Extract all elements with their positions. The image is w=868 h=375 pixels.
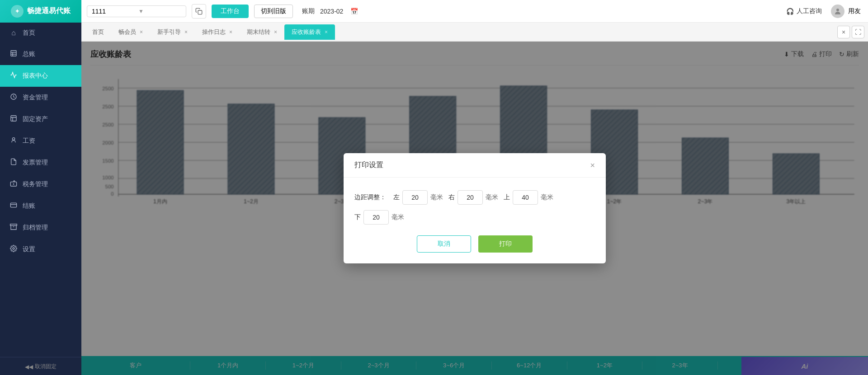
fullscreen-button[interactable]: ⛶	[852, 26, 864, 38]
modal-body: 边距调整： 左 毫米 右 毫米	[344, 178, 606, 235]
right-margin-group: 右 毫米	[448, 190, 498, 205]
left-margin-input[interactable]	[402, 190, 428, 205]
svg-rect-7	[11, 116, 16, 121]
sidebar-item-reports[interactable]: 报表中心	[0, 65, 81, 87]
tab-home[interactable]: 首页	[85, 24, 111, 40]
switch-version-button[interactable]: 切到旧版	[254, 5, 293, 18]
left-margin-group: 左 毫米	[393, 190, 443, 205]
sidebar-item-assets[interactable]: 固定资产	[0, 108, 81, 130]
left-margin-unit: 毫米	[430, 193, 443, 202]
tab-log[interactable]: 操作日志 ×	[195, 24, 240, 40]
tab-home-label: 首页	[92, 28, 104, 36]
service-link[interactable]: 🎧 人工咨询	[786, 7, 822, 15]
confirm-print-button[interactable]: 打印	[478, 235, 533, 253]
sidebar-item-tax[interactable]: 税务管理	[0, 173, 81, 195]
tax-icon	[9, 180, 18, 189]
period-value: 2023-02	[320, 8, 343, 15]
sidebar-label-home: 首页	[23, 29, 35, 37]
tab-log-label: 操作日志	[202, 28, 226, 36]
invoices-icon	[9, 158, 18, 167]
top-margin-input[interactable]	[513, 190, 538, 205]
header-right: 🎧 人工咨询 用友	[786, 5, 861, 18]
sidebar-item-invoices[interactable]: 发票管理	[0, 152, 81, 173]
bottom-margin-input[interactable]	[363, 210, 389, 225]
tab-guide[interactable]: 新手引导 ×	[150, 24, 195, 40]
right-direction-label: 右	[448, 193, 455, 202]
assets-icon	[9, 115, 18, 124]
tab-member-close[interactable]: ×	[140, 29, 143, 35]
svg-rect-0	[198, 10, 202, 14]
logo: ✦ 畅捷通易代账	[0, 0, 81, 23]
sidebar-item-funds[interactable]: 资金管理	[0, 87, 81, 108]
tab-ar-close[interactable]: ×	[325, 29, 328, 35]
avatar	[831, 5, 844, 18]
calendar-icon[interactable]: 📅	[350, 8, 358, 15]
svg-rect-2	[11, 51, 16, 56]
modal-overlay: 打印设置 × 边距调整： 左 毫米	[81, 42, 868, 375]
funds-icon	[9, 93, 18, 102]
sidebar-label-assets: 固定资产	[23, 115, 48, 123]
checkout-icon	[9, 202, 18, 211]
sidebar-label-payroll: 工资	[23, 137, 35, 145]
print-settings-modal: 打印设置 × 边距调整： 左 毫米	[344, 153, 606, 263]
company-selector[interactable]: 1111 ▼	[87, 5, 186, 17]
tab-guide-close[interactable]: ×	[184, 29, 188, 35]
ledger-icon	[9, 50, 18, 59]
copy-button[interactable]	[192, 4, 206, 19]
user-info[interactable]: 用友	[831, 5, 861, 18]
tab-member[interactable]: 畅会员 ×	[111, 24, 150, 40]
tab-ar-aging[interactable]: 应收账龄表 ×	[284, 24, 335, 40]
sidebar-label-settings: 设置	[23, 245, 35, 253]
settings-icon	[9, 245, 18, 254]
home-icon: ⌂	[9, 29, 18, 37]
margin-settings-row: 边距调整： 左 毫米 右 毫米	[354, 190, 595, 225]
bottom-direction-label: 下	[354, 213, 361, 221]
sidebar-label-invoices: 发票管理	[23, 159, 48, 167]
svg-rect-12	[10, 224, 17, 225]
user-label: 用友	[848, 7, 861, 15]
right-margin-unit: 毫米	[486, 193, 498, 202]
workbench-button[interactable]: 工作台	[212, 5, 249, 18]
headset-icon: 🎧	[786, 8, 794, 15]
close-tab-button[interactable]: ×	[837, 26, 850, 38]
tab-guide-label: 新手引导	[157, 28, 181, 36]
layout: ⌂ 首页 总账	[0, 23, 868, 375]
sidebar-item-archive[interactable]: 归档管理	[0, 217, 81, 239]
archive-icon	[9, 223, 18, 232]
sidebar-item-checkout[interactable]: 结账	[0, 195, 81, 217]
modal-title: 打印设置	[354, 160, 383, 170]
app-name: 畅捷通易代账	[27, 6, 71, 16]
sidebar-collapse-button[interactable]: ◀◀ 取消固定	[0, 358, 81, 375]
page-inner: 应收账龄表 ⬇ 下载 🖨 打印 ↻ 刷新	[81, 42, 868, 375]
cancel-button[interactable]: 取消	[417, 235, 471, 253]
sidebar-label-tax: 税务管理	[23, 180, 48, 188]
page-content: 应收账龄表 ⬇ 下载 🖨 打印 ↻ 刷新	[81, 42, 868, 375]
sidebar-item-payroll[interactable]: 工资	[0, 130, 81, 152]
sidebar-scroll: ⌂ 首页 总账	[0, 23, 81, 357]
main-content: 首页 畅会员 × 新手引导 × 操作日志 × 期末结转 × 应收账龄表 ×	[81, 23, 868, 375]
tab-log-close[interactable]: ×	[229, 29, 232, 35]
sidebar-item-ledger[interactable]: 总账	[0, 43, 81, 65]
modal-close-button[interactable]: ×	[590, 161, 595, 169]
modal-header: 打印设置 ×	[344, 153, 606, 178]
tabs-right-actions: × ⛶	[837, 26, 864, 38]
svg-rect-10	[10, 203, 16, 207]
margin-adjust-label: 边距调整：	[354, 193, 386, 202]
tab-period-closing[interactable]: 期末结转 ×	[240, 24, 284, 40]
sidebar: ⌂ 首页 总账	[0, 23, 81, 375]
modal-footer: 取消 打印	[344, 235, 606, 263]
tab-period-label: 期末结转	[247, 28, 270, 36]
tab-period-close[interactable]: ×	[274, 29, 277, 35]
sidebar-item-settings[interactable]: 设置	[0, 239, 81, 260]
sidebar-item-home[interactable]: ⌂ 首页	[0, 23, 81, 43]
top-direction-label: 上	[504, 193, 510, 202]
sidebar-label-reports: 报表中心	[23, 72, 48, 80]
sidebar-label-archive: 归档管理	[23, 224, 48, 232]
sidebar-label-funds: 资金管理	[23, 94, 48, 102]
sidebar-label-checkout: 结账	[23, 202, 35, 210]
top-margin-unit: 毫米	[541, 193, 553, 202]
right-margin-input[interactable]	[458, 190, 483, 205]
tab-member-label: 畅会员	[118, 28, 136, 36]
sidebar-label-ledger: 总账	[23, 50, 35, 58]
period-label: 账期	[302, 7, 315, 15]
